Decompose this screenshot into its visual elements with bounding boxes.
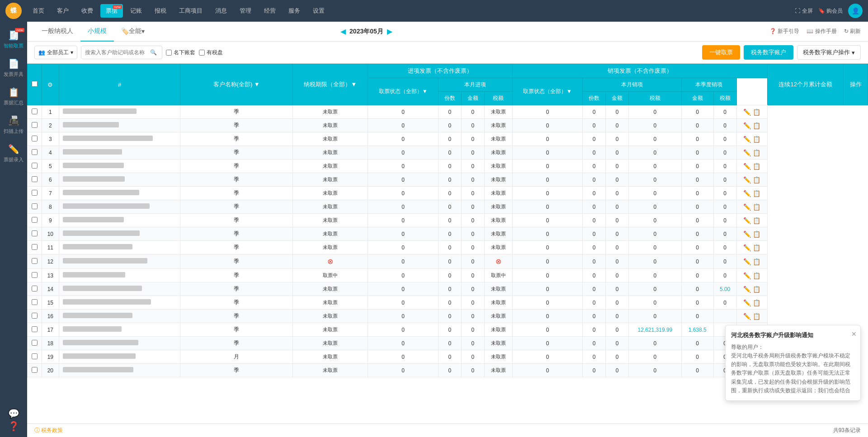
copy-icon[interactable]: 📋 [753, 163, 760, 170]
copy-icon[interactable]: 📋 [753, 108, 760, 116]
edit-icon[interactable]: ✏️ [743, 230, 751, 238]
nav-message[interactable]: 消息 [210, 4, 232, 18]
digital-account-operate-btn[interactable]: 税务数字账户操作 ▾ [797, 45, 861, 60]
copy-icon[interactable]: 📋 [753, 190, 760, 197]
edit-icon[interactable]: ✏️ [743, 203, 751, 211]
copy-icon[interactable]: 📋 [753, 272, 760, 279]
edit-icon[interactable]: ✏️ [743, 286, 751, 293]
edit-icon[interactable]: ✏️ [743, 244, 751, 251]
row-checkbox[interactable] [28, 310, 42, 323]
row-select-checkbox[interactable] [32, 163, 38, 169]
row-checkbox[interactable] [28, 146, 42, 160]
season-amount-value[interactable]: 12,621,319.99 [638, 327, 673, 333]
row-checkbox[interactable] [28, 173, 42, 187]
edit-icon[interactable]: ✏️ [743, 163, 751, 170]
nav-manage[interactable]: 管理 [234, 4, 257, 18]
search-box[interactable]: 🔍 [81, 46, 162, 59]
help-icon[interactable]: ❓ [8, 421, 19, 432]
row-checkbox[interactable] [28, 132, 42, 146]
sidebar-item-invoice-summary[interactable]: 📋 票据汇总 [0, 82, 27, 111]
th-in-status[interactable]: 取票状态（全部）▼ [368, 78, 438, 105]
edit-icon[interactable]: ✏️ [743, 176, 751, 183]
row-select-checkbox[interactable] [32, 244, 38, 250]
nav-settings[interactable]: 设置 [307, 4, 330, 18]
row-checkbox[interactable] [28, 187, 42, 200]
row-checkbox[interactable] [28, 323, 42, 337]
row-checkbox[interactable] [28, 296, 42, 310]
copy-icon[interactable]: 📋 [753, 313, 760, 320]
row-checkbox[interactable] [28, 227, 42, 241]
th-out-status[interactable]: 取票状态（全部）▼ [512, 78, 582, 105]
copy-icon[interactable]: 📋 [753, 286, 760, 293]
row-select-checkbox[interactable] [32, 367, 38, 373]
th-checkbox[interactable] [28, 64, 42, 105]
copy-icon[interactable]: 📋 [753, 176, 760, 183]
refresh-btn[interactable]: ↻ 刷新 [844, 28, 861, 35]
guide-btn[interactable]: ❓ 新手引导 [769, 28, 799, 35]
notification-close-btn[interactable]: ✕ [851, 329, 857, 339]
tax-policy-link[interactable]: ⓘ 税务政策 [34, 427, 63, 434]
tax-disk-filter[interactable]: 有税盘 [199, 49, 223, 56]
sub-account-checkbox[interactable] [166, 50, 172, 56]
copy-icon[interactable]: 📋 [753, 299, 760, 306]
th-settings[interactable]: ⚙ [42, 64, 59, 105]
prev-month-btn[interactable]: ◀ [340, 27, 346, 36]
nav-invoice[interactable]: 票据 new [100, 4, 123, 18]
copy-icon[interactable]: 📋 [753, 244, 760, 251]
row-checkbox[interactable] [28, 269, 42, 282]
season-tax-value[interactable]: 1,638.5 [689, 327, 707, 333]
one-key-btn[interactable]: 一键取票 [702, 45, 740, 60]
row-select-checkbox[interactable] [32, 149, 38, 155]
employee-filter[interactable]: 👥 全部员工 ▾ [34, 46, 77, 59]
row-checkbox[interactable] [28, 214, 42, 227]
row-checkbox[interactable] [28, 119, 42, 132]
digital-account-btn[interactable]: 税务数字账户 [744, 45, 793, 60]
nav-customer[interactable]: 客户 [52, 4, 74, 18]
nav-accounting[interactable]: 记账 [125, 4, 147, 18]
tax-disk-checkbox[interactable] [199, 50, 205, 56]
row-select-checkbox[interactable] [32, 108, 38, 114]
sidebar-item-invoice-open[interactable]: 📄 发票开具 [0, 54, 27, 82]
copy-icon[interactable]: 📋 [753, 203, 760, 211]
next-month-btn[interactable]: ▶ [387, 27, 392, 36]
nav-tax[interactable]: 报税 [149, 4, 172, 18]
row-select-checkbox[interactable] [32, 353, 38, 359]
edit-icon[interactable]: ✏️ [743, 313, 751, 320]
row-checkbox[interactable] [28, 254, 42, 269]
sidebar-item-scan-upload[interactable]: 📠 扫描上传 [0, 111, 27, 139]
user-avatar[interactable]: 👤 [848, 4, 863, 18]
edit-icon[interactable]: ✏️ [743, 272, 751, 279]
nav-service[interactable]: 服务 [283, 4, 306, 18]
row-select-checkbox[interactable] [32, 176, 38, 182]
row-select-checkbox[interactable] [32, 190, 38, 196]
sidebar-item-invoice-entry[interactable]: ✏️ 票据录入 [0, 139, 27, 168]
edit-icon[interactable]: ✏️ [743, 122, 751, 129]
sidebar-item-smart-ticket[interactable]: 🧾 智能取票 new [0, 25, 27, 54]
nav-home[interactable]: 首页 [27, 4, 50, 18]
row-select-checkbox[interactable] [32, 299, 38, 305]
tab-all[interactable]: 🏷️ 全能 ▾ [114, 22, 152, 42]
row-select-checkbox[interactable] [32, 217, 38, 223]
message-icon[interactable]: 💬 [8, 408, 19, 419]
row-checkbox[interactable] [28, 364, 42, 377]
row-checkbox[interactable] [28, 282, 42, 296]
edit-icon[interactable]: ✏️ [743, 217, 751, 224]
row-select-checkbox[interactable] [32, 272, 38, 278]
th-tax-period[interactable]: 纳税期限（全部）▼ [293, 64, 368, 105]
row-select-checkbox[interactable] [32, 122, 38, 128]
tab-small-scale[interactable]: 小规模 [80, 22, 114, 42]
row-select-checkbox[interactable] [32, 203, 38, 209]
copy-icon[interactable]: 📋 [753, 136, 760, 143]
edit-icon[interactable]: ✏️ [743, 190, 751, 197]
row-select-checkbox[interactable] [32, 230, 38, 236]
last12-value[interactable]: 5.00 [720, 286, 730, 292]
row-checkbox[interactable] [28, 337, 42, 350]
vip-btn[interactable]: 🔖 购会员 [818, 7, 843, 15]
copy-icon[interactable]: 📋 [753, 122, 760, 129]
nav-operation[interactable]: 经营 [259, 4, 281, 18]
edit-icon[interactable]: ✏️ [743, 136, 751, 143]
row-select-checkbox[interactable] [32, 136, 38, 141]
row-checkbox[interactable] [28, 241, 42, 254]
nav-billing[interactable]: 收费 [76, 4, 99, 18]
th-client-name[interactable]: 客户名称(全部) ▼ [180, 64, 293, 105]
